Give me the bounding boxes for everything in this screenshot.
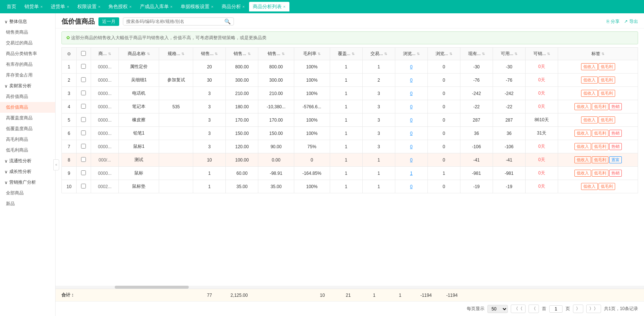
- nav-tab-home[interactable]: 首页: [3, 2, 20, 11]
- col-settings[interactable]: ⚙: [62, 48, 77, 60]
- row-checkbox[interactable]: [76, 87, 91, 100]
- row-browse1[interactable]: 0: [395, 153, 427, 167]
- sidebar-item-sales-products[interactable]: 销售类商品: [0, 27, 55, 38]
- sidebar-item-new-products[interactable]: 新品: [0, 198, 55, 209]
- sidebar-item-traded-products[interactable]: 交易过的商品: [0, 38, 55, 48]
- row-browse1[interactable]: 0: [395, 127, 427, 140]
- scrollbar-area[interactable]: [56, 286, 644, 289]
- sidebar-group-marketing[interactable]: ∨ 营销推广分析: [0, 177, 55, 188]
- col-gross-margin[interactable]: 毛利率 ⇅: [294, 48, 330, 60]
- row-browse1[interactable]: 0: [395, 87, 427, 100]
- row-browse1[interactable]: 0: [395, 60, 427, 74]
- row-name: 电话机: [119, 87, 159, 100]
- row-coverage: 1: [330, 100, 362, 113]
- row-browse1[interactable]: 0: [395, 140, 427, 153]
- col-spec[interactable]: 规格... ⇅: [159, 48, 193, 60]
- sidebar-item-stock-capital[interactable]: 库存资金占用: [0, 70, 55, 81]
- row-browse1[interactable]: 0: [395, 113, 427, 127]
- share-button[interactable]: ⎘ 分享: [607, 18, 620, 25]
- sidebar-item-low-coverage[interactable]: 低覆盖度商品: [0, 123, 55, 134]
- col-name[interactable]: 商品名称 ⇅: [119, 48, 159, 60]
- col-sellable[interactable]: 可销... ⇅: [525, 48, 558, 60]
- close-icon[interactable]: ×: [170, 4, 172, 9]
- close-icon[interactable]: ×: [98, 4, 100, 9]
- col-transactions[interactable]: 交易... ⇅: [362, 48, 395, 60]
- row-checkbox[interactable]: [76, 180, 91, 193]
- close-icon[interactable]: ×: [129, 4, 131, 9]
- sidebar-item-low-margin[interactable]: 低毛利商品: [0, 145, 55, 156]
- nav-tab-permission[interactable]: 权限设置 ×: [74, 2, 104, 11]
- sidebar-item-stock-products[interactable]: 有库存的商品: [0, 59, 55, 70]
- select-all-checkbox[interactable]: [81, 51, 86, 56]
- page-next-button[interactable]: 〉: [573, 305, 583, 313]
- nav-tab-purchase[interactable]: 进货单 ×: [47, 2, 73, 11]
- sidebar-item-high-margin[interactable]: 高毛利商品: [0, 134, 55, 145]
- scrollbar-thumb[interactable]: [115, 286, 189, 289]
- nav-tab-product-analysis[interactable]: 商品分析 ×: [218, 2, 248, 11]
- row-browse1[interactable]: 0: [395, 100, 427, 113]
- col-current-stock[interactable]: 现有... ⇅: [460, 48, 493, 60]
- close-icon[interactable]: ×: [67, 4, 69, 9]
- page-number-input[interactable]: [549, 305, 563, 313]
- sidebar-collapse-button[interactable]: «: [53, 159, 59, 170]
- row-transactions: 3: [362, 113, 395, 127]
- sidebar-item-high-value[interactable]: 高价值商品: [0, 91, 55, 102]
- row-code: 0000...: [91, 127, 119, 140]
- close-icon[interactable]: ×: [283, 4, 285, 9]
- sidebar-group-growth[interactable]: ∨ 成长性分析: [0, 166, 55, 177]
- row-checkbox[interactable]: [76, 153, 91, 167]
- search-input[interactable]: [126, 19, 223, 24]
- row-days: 0天: [525, 167, 558, 180]
- sidebar-group-wealth[interactable]: ∨ 卖财富分析: [0, 81, 55, 91]
- period-button[interactable]: 近一月: [98, 17, 119, 26]
- col-code[interactable]: 商... ⇅: [91, 48, 119, 60]
- sidebar-group-circulation[interactable]: ∨ 流通性分析: [0, 156, 55, 166]
- sidebar-item-high-coverage[interactable]: 高覆盖度商品: [0, 113, 55, 123]
- close-icon[interactable]: ×: [242, 4, 245, 9]
- col-sales-price[interactable]: 销售... ⇅: [258, 48, 294, 60]
- tag: 低收入: [574, 156, 591, 163]
- nav-tab-product-analysis-list[interactable]: 商品分析列表 ×: [249, 2, 289, 11]
- col-sales-qty[interactable]: 销售... ⇅: [193, 48, 226, 60]
- tag: 低毛利: [598, 116, 615, 123]
- nav-tab-template[interactable]: 单据模板设置 ×: [177, 2, 217, 11]
- row-checkbox[interactable]: [76, 113, 91, 127]
- close-icon[interactable]: ×: [40, 4, 43, 9]
- col-coverage[interactable]: 覆盖... ⇅: [330, 48, 362, 60]
- row-sales-qty: 3: [193, 113, 226, 127]
- row-browse1[interactable]: 0: [395, 180, 427, 193]
- row-checkbox[interactable]: [76, 100, 91, 113]
- sidebar-group-overall[interactable]: ∨ 整体信息: [0, 16, 55, 27]
- page-first-button[interactable]: 〈〈: [511, 305, 526, 313]
- nav-tab-role[interactable]: 角色授权 ×: [105, 2, 135, 11]
- page-size-select[interactable]: 50 100 200: [487, 305, 508, 313]
- top-navigation: 首页 销货单 × 进货单 × 权限设置 × 角色授权 × 产成品入库单 × 单据…: [0, 0, 644, 13]
- row-current-stock: -981: [460, 167, 493, 180]
- row-checkbox[interactable]: [76, 127, 91, 140]
- sidebar-item-category-sales-rate[interactable]: 商品分类销售率: [0, 48, 55, 59]
- nav-tab-product-inbound[interactable]: 产成品入库单 ×: [136, 2, 176, 11]
- sidebar-item-low-value[interactable]: 低价值商品: [0, 102, 55, 113]
- row-browse1[interactable]: 1: [395, 167, 427, 180]
- row-checkbox[interactable]: [76, 74, 91, 87]
- close-icon[interactable]: ×: [211, 4, 213, 9]
- col-browse2[interactable]: 浏览... ⇅: [427, 48, 460, 60]
- page-prev-button[interactable]: 〈: [529, 305, 539, 313]
- export-button[interactable]: ↗ 导出: [624, 18, 638, 25]
- row-checkbox[interactable]: [76, 60, 91, 74]
- page-last-button[interactable]: 〉〉: [586, 305, 601, 313]
- row-checkbox[interactable]: [76, 140, 91, 153]
- tag: 热销: [609, 143, 622, 150]
- row-checkbox[interactable]: [76, 167, 91, 180]
- sidebar-item-all-products[interactable]: 全部商品: [0, 188, 55, 198]
- row-name: 鼠标1: [119, 140, 159, 153]
- row-sales-qty: 30: [193, 74, 226, 87]
- col-sales-amount[interactable]: 销售... ⇅: [226, 48, 258, 60]
- row-browse1[interactable]: 0: [395, 74, 427, 87]
- col-available-stock[interactable]: 可用... ⇅: [493, 48, 525, 60]
- col-browse1[interactable]: 浏览... ⇅: [395, 48, 427, 60]
- row-name: 笔记本: [119, 100, 159, 113]
- col-tags[interactable]: 标签 ⇅: [558, 48, 638, 60]
- nav-tab-sales[interactable]: 销货单 ×: [21, 2, 46, 11]
- row-browse2: 0: [427, 140, 460, 153]
